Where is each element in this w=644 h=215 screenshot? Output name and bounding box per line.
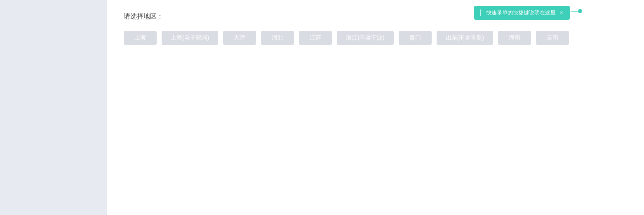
tooltip-close-button[interactable]: × [559,9,564,16]
region-btn-yunnan[interactable]: 云南 [536,31,569,45]
sidebar [0,0,107,215]
tooltip-banner: 快速录单的快捷键说明在这里 × [474,6,570,20]
region-btn-tianjin[interactable]: 天津 [223,31,256,45]
region-btn-shanghai[interactable]: 上海 [124,31,157,45]
region-btn-jiangsu[interactable]: 江苏 [299,31,332,45]
region-btn-shanghai-etax[interactable]: 上海(电子税局) [162,31,218,45]
region-btn-xiamen[interactable]: 厦门 [399,31,432,45]
region-button-group: 上海 上海(电子税局) 天津 河北 江苏 浙江(不含宁波) 厦门 山东(不含青岛… [124,31,628,45]
main-content: 请选择地区： 上海 上海(电子税局) 天津 河北 江苏 浙江(不含宁波) 厦门 … [107,0,644,215]
region-btn-hebei[interactable]: 河北 [261,31,294,45]
tooltip-connector-dot [578,9,582,13]
tooltip-text: 快速录单的快捷键说明在这里 [486,9,556,16]
region-btn-zhejiang[interactable]: 浙江(不含宁波) [337,31,393,45]
region-btn-hainan[interactable]: 海南 [498,31,531,45]
region-btn-shandong[interactable]: 山东(不含青岛) [437,31,493,45]
